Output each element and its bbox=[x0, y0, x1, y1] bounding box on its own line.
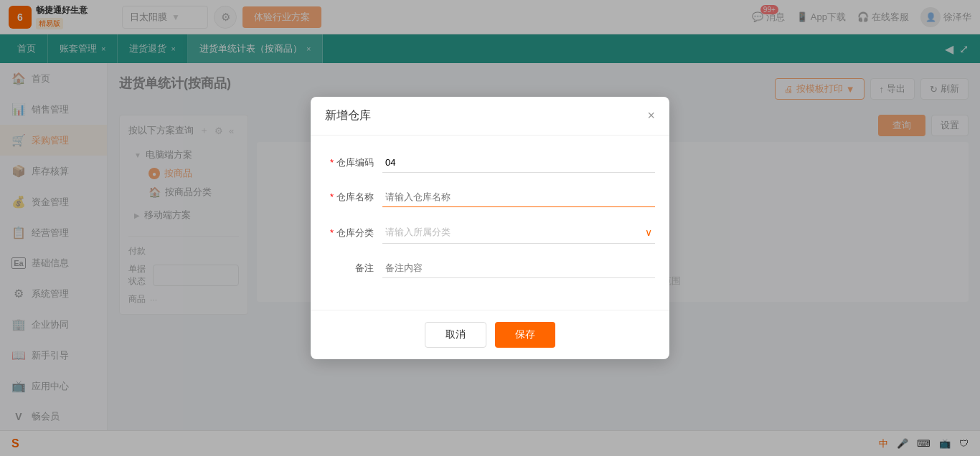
modal-body: 仓库编码 仓库名称 仓库分类 请输入所属分类 ∨ 备注 bbox=[311, 136, 669, 310]
warehouse-code-input[interactable] bbox=[382, 153, 655, 173]
remarks-row: 备注 bbox=[325, 258, 655, 278]
save-button[interactable]: 保存 bbox=[495, 322, 555, 348]
warehouse-code-row: 仓库编码 bbox=[325, 153, 655, 173]
modal-close-button[interactable]: × bbox=[647, 108, 655, 123]
warehouse-name-row: 仓库名称 bbox=[325, 187, 655, 207]
modal-footer: 取消 保存 bbox=[311, 310, 669, 359]
warehouse-modal: 新增仓库 × 仓库编码 仓库名称 仓库分类 请输入所属分类 ∨ bbox=[311, 97, 669, 359]
warehouse-name-label: 仓库名称 bbox=[325, 191, 382, 204]
warehouse-name-input[interactable] bbox=[382, 187, 655, 207]
category-chevron-icon: ∨ bbox=[645, 227, 652, 238]
remarks-input[interactable] bbox=[382, 258, 655, 278]
warehouse-category-select[interactable]: 请输入所属分类 ∨ bbox=[382, 222, 655, 244]
cancel-button[interactable]: 取消 bbox=[425, 322, 486, 348]
remarks-label: 备注 bbox=[325, 262, 382, 275]
modal-title: 新增仓库 bbox=[325, 108, 371, 123]
warehouse-code-label: 仓库编码 bbox=[325, 156, 382, 169]
modal-header: 新增仓库 × bbox=[311, 97, 669, 136]
warehouse-category-label: 仓库分类 bbox=[325, 227, 382, 239]
warehouse-category-placeholder: 请输入所属分类 bbox=[385, 226, 451, 239]
warehouse-category-row: 仓库分类 请输入所属分类 ∨ bbox=[325, 222, 655, 244]
modal-overlay: 新增仓库 × 仓库编码 仓库名称 仓库分类 请输入所属分类 ∨ bbox=[0, 0, 980, 456]
